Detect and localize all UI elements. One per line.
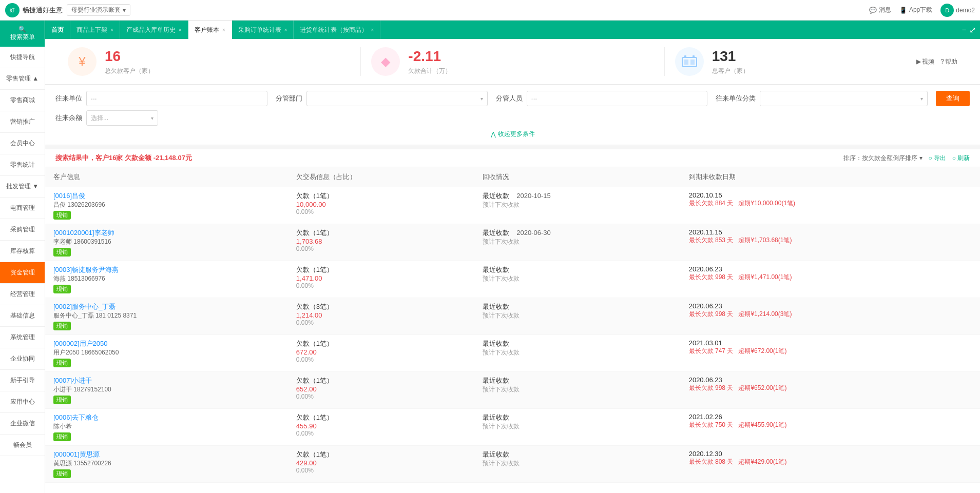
tab-production-close[interactable]: × bbox=[179, 27, 182, 33]
overdue-amount-link[interactable]: 超期¥1,703.68(1笔) bbox=[738, 236, 792, 244]
logo-icon: 好 bbox=[5, 3, 20, 17]
overdue-amount-link[interactable]: 超期¥672.00(1笔) bbox=[738, 347, 786, 354]
sidebar-item-retail-mall[interactable]: 零售商城 bbox=[0, 90, 45, 111]
sidebar-item-basic-info[interactable]: 基础信息 bbox=[0, 305, 45, 327]
sidebar-item-batch-mgmt[interactable]: 批发管理 ▼ bbox=[0, 176, 45, 198]
help-icon: ? bbox=[940, 58, 944, 65]
overdue-amount-link[interactable]: 超期¥1,471.00(1笔) bbox=[738, 273, 792, 281]
customer-name-link[interactable]: [0002]服务中心_丁磊 bbox=[53, 303, 116, 310]
filter-row-1: 往来单位 ··· 分管部门 ▾ 分管人员 ··· bbox=[55, 91, 970, 106]
search-button[interactable]: 查询 bbox=[936, 91, 970, 106]
tab-home[interactable]: 首页 bbox=[45, 21, 70, 39]
layout: 🔍 搜索菜单 快捷导航 零售管理 ▲ 零售商城 营销推广 会员中心 零售统计 批… bbox=[0, 21, 980, 493]
overdue-amount-link[interactable]: 超期¥429.00(1笔) bbox=[738, 458, 786, 465]
customer-info-cell: [0001020001]李老师 李老师 18600391516 现销 bbox=[45, 224, 288, 261]
tab-incoming-close[interactable]: × bbox=[371, 27, 374, 33]
due-date: 2020.11.15 bbox=[689, 228, 972, 236]
person-label: 分管人员 bbox=[496, 94, 523, 103]
debt-info-cell: 欠款（3笔） 1,214.00 0.00% bbox=[288, 298, 474, 335]
debt-amount: 10,000.00 bbox=[296, 201, 466, 208]
unit-type-label: 往来单位分类 bbox=[716, 94, 756, 103]
app-download-button[interactable]: 📱 App下载 bbox=[899, 6, 932, 14]
sidebar-label: 快捷导航 bbox=[10, 53, 35, 61]
sidebar-item-app-center[interactable]: 应用中心 bbox=[0, 391, 45, 413]
unit-type-select[interactable]: ▾ bbox=[760, 91, 928, 106]
customer-name-link[interactable]: [0003]畅捷服务尹海燕 bbox=[53, 266, 119, 273]
top-bar-left: 好 畅捷通好生意 母婴行业演示账套 ▾ bbox=[5, 3, 130, 17]
view-video-button[interactable]: ▶ 视频 bbox=[916, 57, 934, 66]
help-label: 帮助 bbox=[945, 57, 957, 66]
tab-account[interactable]: 客户账本 × bbox=[188, 21, 232, 39]
store-select[interactable]: 母婴行业演示账套 ▾ bbox=[67, 4, 130, 16]
message-button[interactable]: 💬 消息 bbox=[869, 6, 891, 14]
customer-name-link[interactable]: [000002]用户2050 bbox=[53, 340, 108, 347]
tab-maximize-icon[interactable]: ⤢ bbox=[969, 25, 976, 35]
sidebar-item-ops[interactable]: 经营管理 bbox=[0, 284, 45, 305]
sidebar-item-retail-stats[interactable]: 零售统计 bbox=[0, 154, 45, 176]
logo-area: 好 畅捷通好生意 bbox=[5, 3, 63, 17]
sidebar-item-finance[interactable]: 资金管理 bbox=[0, 262, 45, 284]
sidebar-item-guide[interactable]: 新手引导 bbox=[0, 370, 45, 391]
overdue-days: 最长欠款 884 天 超期¥10,000.00(1笔) bbox=[689, 199, 972, 208]
customer-name-link[interactable]: [0006]去下粮仓 bbox=[53, 413, 99, 421]
sort-label: 排序：按欠款金额倒序排序 bbox=[843, 154, 917, 163]
customer-tag: 现销 bbox=[53, 211, 71, 220]
help-button[interactable]: ? 帮助 bbox=[940, 57, 957, 66]
export-button[interactable]: ○ 导出 bbox=[929, 154, 946, 163]
tab-purchase[interactable]: 采购订单统计表 × bbox=[232, 21, 294, 39]
overdue-amount-link[interactable]: 超期¥652.00(1笔) bbox=[738, 384, 786, 391]
tab-purchase-label: 采购订单统计表 bbox=[238, 26, 281, 34]
dept-select[interactable]: ▾ bbox=[306, 91, 488, 106]
tab-incoming[interactable]: 进货单统计表（按商品） × bbox=[294, 21, 380, 39]
tab-products[interactable]: 商品上下架 × bbox=[70, 21, 120, 39]
user-menu[interactable]: D demo2 bbox=[940, 4, 975, 17]
sidebar-label: 零售管理 ▲ bbox=[6, 75, 39, 82]
refresh-button[interactable]: ○ 刷新 bbox=[952, 154, 970, 163]
result-amount: -21,148.07元 bbox=[153, 154, 192, 162]
debt-amount: 1,471.00 bbox=[296, 274, 466, 282]
last-collect-label: 最近收款 bbox=[483, 265, 672, 274]
sidebar-item-inventory[interactable]: 库存核算 bbox=[0, 241, 45, 262]
tab-purchase-close[interactable]: × bbox=[284, 27, 287, 33]
sidebar-item-member[interactable]: 会员中心 bbox=[0, 133, 45, 154]
search-icon: 🔍 bbox=[18, 26, 26, 33]
from-unit-input[interactable]: ··· bbox=[86, 91, 267, 106]
sidebar-item-system[interactable]: 系统管理 bbox=[0, 327, 45, 348]
overdue-amount-link[interactable]: 超期¥455.90(1笔) bbox=[738, 421, 786, 428]
customer-name-link[interactable]: [000001]黄思源 bbox=[53, 450, 100, 458]
sidebar-item-wechat[interactable]: 企业微信 bbox=[0, 413, 45, 435]
tab-account-close[interactable]: × bbox=[222, 27, 225, 33]
debt-ratio: 0.00% bbox=[296, 282, 466, 289]
person-input[interactable]: ··· bbox=[527, 91, 708, 106]
customer-name-link[interactable]: [0007]小进干 bbox=[53, 377, 92, 384]
overdue-amount-link[interactable]: 超期¥10,000.00(1笔) bbox=[738, 200, 795, 207]
last-collect-label: 最近收款 bbox=[483, 339, 672, 348]
tab-products-close[interactable]: × bbox=[110, 27, 113, 33]
table-row: [0016]吕俊 吕俊 13026203696 现销 欠款（1笔） 10,000… bbox=[45, 187, 980, 224]
overdue-amount-link[interactable]: 超期¥1,214.00(3笔) bbox=[738, 310, 792, 318]
chevron-down-icon: ▾ bbox=[919, 154, 923, 162]
debt-info-cell: 欠款（1笔） 652.00 0.00% bbox=[288, 372, 474, 409]
export-icon: ○ bbox=[929, 154, 932, 162]
sidebar-item-retail-mgmt[interactable]: 零售管理 ▲ bbox=[0, 68, 45, 90]
tab-production[interactable]: 产成品入库单历史 × bbox=[120, 21, 188, 39]
sidebar-search[interactable]: 🔍 搜索菜单 bbox=[0, 21, 45, 47]
tab-minimize-icon[interactable]: － bbox=[960, 25, 968, 35]
customer-info-cell: [0003]畅捷服务尹海燕 海燕 18513066976 现销 bbox=[45, 261, 288, 298]
debt-count: 欠款（1笔） bbox=[296, 339, 466, 348]
sidebar-item-purchase-mgmt[interactable]: 采购管理 bbox=[0, 219, 45, 241]
collapse-button[interactable]: ⋀ 收起更多条件 bbox=[55, 130, 970, 139]
customer-name-link[interactable]: [0016]吕俊 bbox=[53, 192, 85, 200]
due-date-cell: 2021.03.01 最长欠款 747 天 超期¥672.00(1笔) bbox=[681, 335, 980, 372]
sidebar-item-vip[interactable]: 畅会员 bbox=[0, 435, 45, 456]
sidebar-item-enterprise[interactable]: 企业协同 bbox=[0, 348, 45, 370]
sort-select[interactable]: 排序：按欠款金额倒序排序 ▾ bbox=[843, 154, 923, 163]
due-date: 2021.03.01 bbox=[689, 339, 972, 347]
filter-group-dept: 分管部门 ▾ bbox=[276, 91, 488, 106]
sidebar-item-marketing[interactable]: 营销推广 bbox=[0, 111, 45, 133]
sidebar-item-ecommerce[interactable]: 电商管理 bbox=[0, 198, 45, 219]
customer-name-link[interactable]: [0001020001]李老师 bbox=[53, 229, 114, 236]
sidebar-item-quick-nav[interactable]: 快捷导航 bbox=[0, 47, 45, 68]
balance-select[interactable]: 选择... ▾ bbox=[86, 110, 158, 126]
customer-phone: 吕俊 13026203696 bbox=[53, 201, 280, 209]
